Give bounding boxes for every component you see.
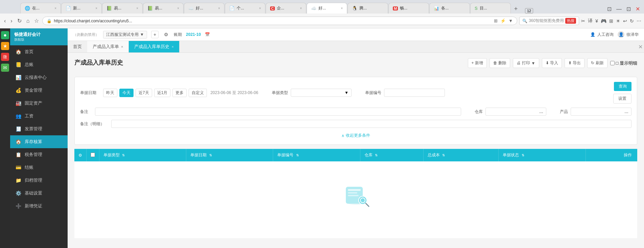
more-nav-icon[interactable]: ⋯ <box>637 18 641 24</box>
tab-1[interactable]: 🌐 在... × <box>20 3 61 14</box>
maximize-button[interactable]: ⊡ <box>625 4 632 14</box>
th-checkbox[interactable] <box>87 149 99 161</box>
tab-6[interactable]: 📄 个... × <box>225 3 265 14</box>
note-detail-input[interactable] <box>111 120 631 128</box>
scissors-icon[interactable]: ✂ <box>581 18 585 24</box>
add-button[interactable]: + 新增 <box>468 58 487 68</box>
tab-10[interactable]: M 畅... <box>388 3 429 14</box>
th-number[interactable]: 单据编号 ⇅ <box>273 149 360 161</box>
address-bar[interactable]: 🔒 https://cloud.chanjet.com/accounting/u… <box>42 17 517 25</box>
th-warehouse[interactable]: 仓库 ⇅ <box>360 149 423 161</box>
sidebar-item-invoice[interactable]: 🧾 发票管理 <box>10 122 68 135</box>
import-button[interactable]: ⬇ 导入 <box>542 58 562 68</box>
tab-close-7[interactable]: × <box>300 6 302 10</box>
sidebar-item-ledger[interactable]: 📒 总账 <box>10 58 68 71</box>
date-custom[interactable]: 自定义 <box>189 89 207 97</box>
show-cols-checkbox[interactable] <box>610 61 615 65</box>
print-button[interactable]: 🖨 打印 ▼ <box>513 58 539 68</box>
apps-icon[interactable]: ⊞ <box>609 18 613 24</box>
warehouse-select[interactable]: … <box>485 108 546 116</box>
tab-3[interactable]: 📗 易... × <box>102 3 143 14</box>
home-nav-button[interactable]: ⌂ <box>25 17 31 25</box>
sidebar-item-settings[interactable]: ⚙️ 基础设置 <box>10 187 68 200</box>
th-gear[interactable]: ⚙ <box>74 149 87 161</box>
product-select[interactable]: … <box>571 108 631 116</box>
back-button[interactable]: ‹ <box>3 17 7 25</box>
bookmark-button[interactable]: ☆ <box>33 16 40 25</box>
panel-close-button[interactable]: ✕ <box>637 42 644 51</box>
filter-setting-button[interactable]: 设置 <box>613 94 631 104</box>
tab-close-8[interactable]: × <box>341 6 343 10</box>
refresh-nav-button[interactable]: ↻ <box>16 16 23 25</box>
tab-7[interactable]: C 企... × <box>266 3 306 14</box>
settings-button[interactable]: ⚙ <box>163 30 170 39</box>
minimize-button[interactable]: — <box>615 5 623 14</box>
dropdown-icon[interactable]: ▼ <box>508 18 513 23</box>
close-window-button[interactable]: ✕ <box>634 4 641 14</box>
number-input[interactable] <box>384 89 445 97</box>
tab-history-close[interactable]: × <box>171 45 173 49</box>
yuan-icon[interactable]: ¥ <box>595 18 598 24</box>
gear-icon[interactable]: ⚙ <box>78 153 82 158</box>
tab-close-6[interactable]: × <box>259 6 261 10</box>
sidebar-item-newvoucher[interactable]: ➕ 新增凭证 <box>10 200 68 212</box>
breadcrumb-home[interactable]: 首页 <box>68 41 87 52</box>
tab-close-2[interactable]: × <box>95 6 97 10</box>
tab-list-close[interactable]: × <box>121 45 123 49</box>
sidebar-item-report[interactable]: 📊 云报表中心 <box>10 71 68 84</box>
rail-logo[interactable]: ● <box>1 31 9 39</box>
sidebar-item-fund[interactable]: 💰 资金管理 <box>10 84 68 97</box>
refresh-button[interactable]: ↻ 刷新 <box>587 58 607 68</box>
type-select[interactable]: ▼ <box>291 89 352 97</box>
new-tab-button[interactable]: + <box>511 4 521 14</box>
date-7days[interactable]: 近7天 <box>136 89 152 97</box>
tab-list-page[interactable]: 产成品入库单 × <box>87 41 129 52</box>
tab-close-3[interactable]: × <box>136 6 138 10</box>
ai-service[interactable]: 👤 人工咨询 <box>590 32 614 38</box>
show-cols-control[interactable]: □ 显示明细 <box>610 60 637 66</box>
search-bar[interactable]: 🔍 360智能抠图免费用 热搜 <box>519 17 579 25</box>
restore-button[interactable]: ⊡ <box>606 4 613 14</box>
collapse-button[interactable]: ∧ 收起更多条件 <box>340 131 372 140</box>
tab-2[interactable]: 📄 新... × <box>61 3 102 14</box>
tab-4[interactable]: 📗 易... × <box>143 3 184 14</box>
select-all-checkbox[interactable] <box>91 153 95 157</box>
tab-11[interactable]: 📊 各... <box>429 3 470 14</box>
sidebar-item-inventory[interactable]: 🏠 库存核算 <box>10 135 68 148</box>
grid-icon[interactable]: ⊞ <box>494 18 498 23</box>
sidebar-item-archive[interactable]: 📁 归档管理 <box>10 174 68 187</box>
sidebar-item-fixed[interactable]: 🏭 固定资产 <box>10 97 68 110</box>
date-today[interactable]: 今天 <box>119 89 134 97</box>
delete-button[interactable]: 🗑 删除 <box>490 58 510 68</box>
translate-icon[interactable]: 译 <box>588 18 593 24</box>
add-company-button[interactable]: + <box>151 31 159 38</box>
redo-icon[interactable]: ↻ <box>630 18 634 24</box>
date-1month[interactable]: 近1月 <box>154 89 171 97</box>
export-button[interactable]: ⬆ 导出 <box>565 58 585 68</box>
tab-history-page[interactable]: 产成品入库单历史 × <box>129 41 179 52</box>
user-profile[interactable]: 👤 徐泽华 <box>618 31 639 38</box>
tab-close-1[interactable]: × <box>54 6 56 10</box>
tab-close-4[interactable]: × <box>177 6 179 10</box>
history-icon[interactable]: ↩ <box>623 18 627 24</box>
th-cost[interactable]: 总成本 ⇅ <box>424 149 499 161</box>
sidebar-item-payroll[interactable]: 👥 工资 <box>10 110 68 122</box>
tab-close-5[interactable]: × <box>218 6 220 10</box>
forward-button[interactable]: › <box>9 17 14 25</box>
game-icon[interactable]: 🎮 <box>601 18 606 24</box>
calendar-icon[interactable]: 📅 <box>205 32 210 37</box>
tab-12[interactable]: S 目... <box>470 3 511 14</box>
sidebar-item-checkout[interactable]: 💳 结账 <box>10 161 68 174</box>
bolt-icon[interactable]: ⚡ <box>500 18 506 23</box>
note-input[interactable] <box>95 108 461 116</box>
sidebar-item-home[interactable]: 🏠 首页 <box>10 45 68 58</box>
tab-5[interactable]: ☁️ 好... × <box>184 3 224 14</box>
th-status[interactable]: 单据状态 ⇅ <box>499 149 586 161</box>
query-button[interactable]: 查询 <box>614 82 631 91</box>
tab-9[interactable]: 🐧 腾... <box>348 3 388 14</box>
th-date[interactable]: 单据日期 ⇅ <box>186 149 273 161</box>
rail-home[interactable]: ★ <box>1 42 9 50</box>
sidebar-item-tax[interactable]: 📋 税务管理 <box>10 148 68 161</box>
rail-weibo[interactable]: 微 <box>1 53 9 61</box>
company-selector[interactable]: 江西服宝测试专用 ▼ <box>103 31 147 39</box>
